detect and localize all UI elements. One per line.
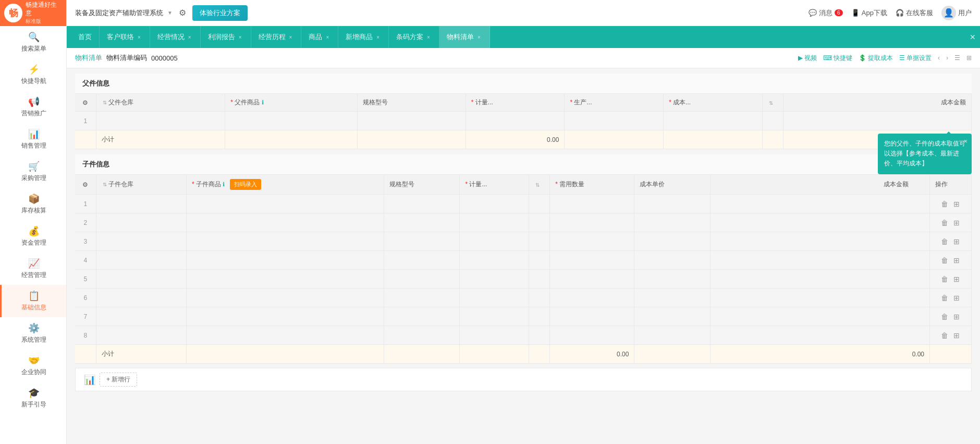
delete-icon-7[interactable]: 🗑 <box>939 311 950 322</box>
sidebar-item-basic-info[interactable]: 📋 基础信息 <box>0 285 66 317</box>
parent-product-cell[interactable] <box>225 112 358 130</box>
expand-action[interactable]: ⊞ <box>966 54 972 62</box>
child-unit-3[interactable] <box>460 232 529 251</box>
nav-prev[interactable]: ‹ <box>938 54 940 62</box>
parent-warehouse-cell[interactable] <box>96 112 225 130</box>
child-spec-4[interactable] <box>384 251 460 270</box>
child-unit-4[interactable] <box>460 251 529 270</box>
copy-icon-7[interactable]: ⊞ <box>951 311 962 322</box>
tab-close-history[interactable]: × <box>288 34 294 41</box>
child-spec-5[interactable] <box>384 270 460 289</box>
child-product-7[interactable] <box>186 307 384 326</box>
extract-cost-action[interactable]: 💲 提取成本 <box>859 54 893 63</box>
child-spec-2[interactable] <box>384 213 460 232</box>
copy-icon-2[interactable]: ⊞ <box>951 218 962 228</box>
child-unit-cost-7[interactable] <box>634 307 710 326</box>
child-product-1[interactable] <box>186 195 384 213</box>
tab-close-customer[interactable]: × <box>136 34 142 41</box>
parent-col-settings[interactable]: ⚙ <box>75 94 96 112</box>
delete-icon-2[interactable]: 🗑 <box>939 218 950 228</box>
delete-icon-6[interactable]: 🗑 <box>939 293 950 303</box>
sidebar-item-marketing[interactable]: 📢 营销推广 <box>0 91 66 123</box>
child-spec-1[interactable] <box>384 195 460 213</box>
message-action[interactable]: 💬 消息 6 <box>808 8 843 18</box>
child-unit-2[interactable] <box>460 213 529 232</box>
sidebar-item-system[interactable]: ⚙️ 系统管理 <box>0 317 66 350</box>
copy-icon-5[interactable]: ⊞ <box>951 274 962 284</box>
copy-icon-6[interactable]: ⊞ <box>951 293 962 303</box>
child-unit-6[interactable] <box>460 289 529 307</box>
tab-operations[interactable]: 经营情况 × <box>150 26 201 48</box>
child-spec-7[interactable] <box>384 307 460 326</box>
child-warehouse-8[interactable] <box>96 326 186 345</box>
add-row-button[interactable]: + 新增行 <box>100 373 137 387</box>
tab-close-products[interactable]: × <box>324 34 330 41</box>
child-qty-8[interactable] <box>550 326 634 345</box>
delete-icon-4[interactable]: 🗑 <box>939 255 950 266</box>
tabs-end-close[interactable]: ✕ <box>970 33 976 41</box>
online-service-action[interactable]: 🎧 在线客服 <box>896 8 933 18</box>
copy-icon-4[interactable]: ⊞ <box>951 255 962 266</box>
child-product-5[interactable] <box>186 270 384 289</box>
sidebar-item-quick-nav[interactable]: ⚡ 快捷导航 <box>0 58 66 91</box>
sidebar-item-purchase[interactable]: 🛒 采购管理 <box>0 155 66 188</box>
sort-icon[interactable]: ⇅ <box>103 100 107 105</box>
child-unit-cost-1[interactable] <box>634 195 710 213</box>
child-qty-2[interactable] <box>550 213 634 232</box>
sidebar-item-guide[interactable]: 🎓 新手引导 <box>0 382 66 414</box>
tab-customer[interactable]: 客户联络 × <box>100 26 150 48</box>
shortcut-action[interactable]: ⌨ 快捷键 <box>823 54 852 63</box>
menu-toggle[interactable]: ☰ <box>954 54 960 62</box>
view-action[interactable]: ▶ 视频 <box>798 54 817 63</box>
child-product-8[interactable] <box>186 326 384 345</box>
parent-spec-cell[interactable] <box>358 112 466 130</box>
child-qty-7[interactable] <box>550 307 634 326</box>
trial-button[interactable]: 体验行业方案 <box>192 5 248 21</box>
child-unit-7[interactable] <box>460 307 529 326</box>
child-qty-3[interactable] <box>550 232 634 251</box>
delete-icon-1[interactable]: 🗑 <box>939 199 950 209</box>
tab-profit[interactable]: 利润报告 × <box>201 26 251 48</box>
parent-cost-cell[interactable] <box>664 112 763 130</box>
child-unit-5[interactable] <box>460 270 529 289</box>
sidebar-item-search[interactable]: 🔍 搜索菜单 <box>0 26 66 58</box>
tab-close-bom[interactable]: × <box>476 34 482 41</box>
sidebar-item-inventory[interactable]: 📦 库存核算 <box>0 188 66 220</box>
child-warehouse-7[interactable] <box>96 307 186 326</box>
parent-unit-cell[interactable] <box>466 112 565 130</box>
sidebar-item-sales[interactable]: 📊 销售管理 <box>0 123 66 155</box>
child-qty-1[interactable] <box>550 195 634 213</box>
child-warehouse-5[interactable] <box>96 270 186 289</box>
tab-home[interactable]: 首页 <box>71 26 100 48</box>
delete-icon-5[interactable]: 🗑 <box>939 274 950 284</box>
child-warehouse-1[interactable] <box>96 195 186 213</box>
child-warehouse-2[interactable] <box>96 213 186 232</box>
child-unit-8[interactable] <box>460 326 529 345</box>
child-product-2[interactable] <box>186 213 384 232</box>
child-unit-cost-8[interactable] <box>634 326 710 345</box>
child-info-icon[interactable]: ℹ <box>223 181 225 187</box>
sidebar-item-collab[interactable]: 🤝 企业协同 <box>0 350 66 382</box>
child-unit-cost-3[interactable] <box>634 232 710 251</box>
delete-icon-3[interactable]: 🗑 <box>939 236 950 247</box>
info-icon[interactable]: ℹ <box>262 99 264 105</box>
tab-close-new-product[interactable]: × <box>375 34 381 41</box>
single-setting-action[interactable]: ☰ 单据设置 <box>899 54 932 63</box>
copy-icon-1[interactable]: ⊞ <box>951 199 962 209</box>
child-unit-1[interactable] <box>460 195 529 213</box>
child-unit-cost-2[interactable] <box>634 213 710 232</box>
child-spec-8[interactable] <box>384 326 460 345</box>
tab-history[interactable]: 经营历程 × <box>251 26 302 48</box>
delete-icon-8[interactable]: 🗑 <box>939 330 950 341</box>
parent-production-cell[interactable] <box>565 112 664 130</box>
child-spec-6[interactable] <box>384 289 460 307</box>
scan-btn[interactable]: 扫码录入 <box>230 179 261 190</box>
nav-next[interactable]: › <box>946 54 948 62</box>
sort-arrows[interactable]: ⇅ <box>769 100 773 106</box>
sidebar-item-finance[interactable]: 💰 资金管理 <box>0 220 66 253</box>
tab-bom[interactable]: 物料清单 × <box>439 26 490 48</box>
child-qty-4[interactable] <box>550 251 634 270</box>
tab-products[interactable]: 商品 × <box>301 26 338 48</box>
child-warehouse-6[interactable] <box>96 289 186 307</box>
gear-button[interactable]: ⚙ <box>177 6 188 20</box>
